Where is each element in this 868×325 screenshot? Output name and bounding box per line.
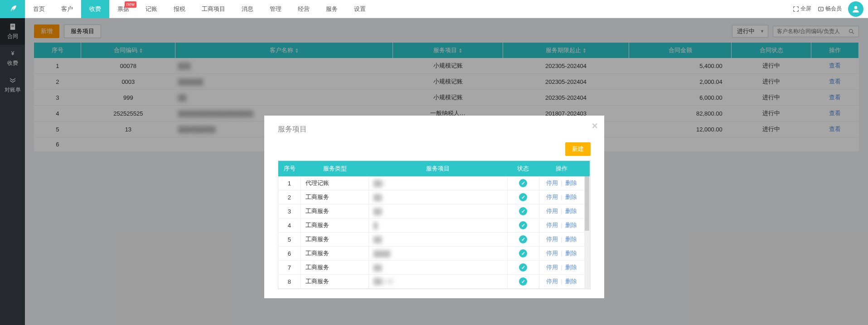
cell-status [507,275,539,289]
modal-header: 序号 [278,161,301,176]
cell-type: 工商服务 [301,218,369,233]
member-button[interactable]: 畅会员 [818,5,842,13]
modal-table: 序号服务类型服务项目状态操作 1代理记账██1停用|删除2工商服务██停用|删除… [278,161,590,289]
cell-op: 停用|删除 [539,204,584,218]
status-ok-icon [519,277,527,286]
cell-status [507,176,539,190]
cell-seq: 5 [278,233,301,247]
scrollbar-thumb[interactable] [585,176,589,231]
delete-link[interactable]: 删除 [563,278,580,285]
delete-link[interactable]: 删除 [563,179,580,186]
disable-link[interactable]: 停用 [543,264,561,271]
modal: × 服务项目 新建 序号服务类型服务项目状态操作 1代理记账██1停用|删除2工… [264,116,604,298]
nav-item-10[interactable]: 服务 [318,0,346,18]
delete-link[interactable]: 删除 [563,250,580,257]
nav-item-8[interactable]: 管理 [262,0,290,18]
cell-status [507,261,539,275]
modal-add-button[interactable]: 新建 [565,142,591,156]
cell-type: 工商服务 [301,247,369,261]
cell-op: 停用|删除 [539,176,584,190]
cell-op: 停用|删除 [539,261,584,275]
cell-seq: 8 [278,275,301,289]
disable-link[interactable]: 停用 [543,222,561,228]
modal-row: 4工商服务█停用|删除 [278,218,590,233]
cell-seq: 4 [278,218,301,233]
cell-type: 工商服务 [301,261,369,275]
disable-link[interactable]: 停用 [543,236,561,243]
member-label: 畅会员 [825,5,842,13]
fullscreen-button[interactable]: 全屏 [793,5,811,13]
logo[interactable] [0,0,25,18]
disable-link[interactable]: 停用 [543,208,561,214]
cell-item: ██ [369,190,508,204]
delete-link[interactable]: 删除 [563,208,580,214]
play-icon [818,6,824,12]
status-ok-icon [519,179,527,187]
cell-status [507,233,539,247]
cell-op: 停用|删除 [539,190,584,204]
status-ok-icon [519,249,527,257]
modal-header: 服务项目 [369,161,508,176]
nav-item-2[interactable]: 收费 [81,0,109,18]
close-icon[interactable]: × [592,120,598,132]
top-nav: 首页客户收费票据new记账报税工商项目消息管理经营服务设置 全屏 畅会员 [0,0,868,18]
nav-item-0[interactable]: 首页 [25,0,53,18]
status-ok-icon [519,263,527,272]
user-icon [851,5,860,14]
disable-link[interactable]: 停用 [543,278,561,285]
disable-link[interactable]: 停用 [543,194,561,200]
nav-item-3[interactable]: 票据new [109,0,137,18]
modal-overlay: × 服务项目 新建 序号服务类型服务项目状态操作 1代理记账██1停用|删除2工… [0,18,868,325]
modal-header: 操作 [539,161,584,176]
modal-row: 7工商服务██停用|删除 [278,261,590,275]
cell-status [507,204,539,218]
delete-link[interactable]: 删除 [563,264,580,271]
cell-op: 停用|删除 [539,275,584,289]
modal-row: 2工商服务██停用|删除 [278,190,590,204]
modal-toolbar: 新建 [278,142,591,156]
cell-seq: 2 [278,190,301,204]
cell-type: 工商服务 [301,275,369,289]
cell-seq: 3 [278,204,301,218]
cell-type: 代理记账 [301,176,369,190]
fullscreen-icon [793,6,799,12]
nav-badge: new [125,1,136,8]
modal-row: 8工商服务██注册停用|删除 [278,275,590,289]
nav-item-11[interactable]: 设置 [346,0,374,18]
status-ok-icon [519,235,527,243]
svg-point-1 [854,6,858,9]
delete-link[interactable]: 删除 [563,222,580,228]
modal-scrollbar[interactable] [584,176,590,289]
cell-seq: 6 [278,247,301,261]
cell-status [507,218,539,233]
nav-items: 首页客户收费票据new记账报税工商项目消息管理经营服务设置 [25,0,793,18]
nav-item-5[interactable]: 报税 [165,0,194,18]
cell-item: ██ [369,261,508,275]
cell-item: ████ [369,247,508,261]
nav-item-1[interactable]: 客户 [53,0,81,18]
nav-item-7[interactable]: 消息 [233,0,262,18]
disable-link[interactable]: 停用 [543,179,561,186]
nav-item-4[interactable]: 记账 [137,0,165,18]
scrollbar-header [584,161,590,176]
cell-op: 停用|删除 [539,247,584,261]
delete-link[interactable]: 删除 [563,236,580,243]
cell-seq: 7 [278,261,301,275]
status-ok-icon [519,193,527,201]
cell-type: 工商服务 [301,204,369,218]
cell-seq: 1 [278,176,301,190]
avatar[interactable] [848,1,863,17]
cell-op: 停用|删除 [539,218,584,233]
modal-table-wrap: 序号服务类型服务项目状态操作 1代理记账██1停用|删除2工商服务██停用|删除… [278,160,591,289]
modal-header: 服务类型 [301,161,369,176]
cell-status [507,247,539,261]
status-ok-icon [519,207,527,215]
delete-link[interactable]: 删除 [563,194,580,200]
nav-item-6[interactable]: 工商项目 [194,0,233,18]
cell-item: ██ [369,233,508,247]
modal-header: 状态 [507,161,539,176]
nav-item-9[interactable]: 经营 [290,0,318,18]
modal-title: 服务项目 [278,125,591,134]
status-ok-icon [519,221,527,229]
disable-link[interactable]: 停用 [543,250,561,257]
